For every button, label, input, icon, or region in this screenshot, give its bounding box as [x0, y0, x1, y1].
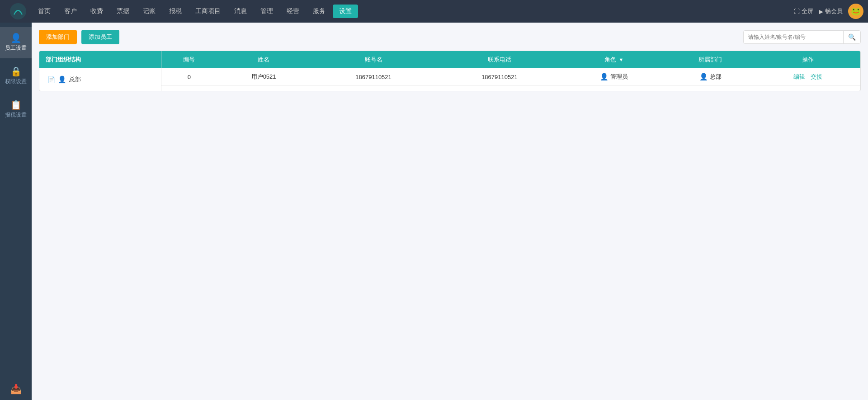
col-header-account: 账号名 [311, 51, 437, 68]
sidebar-bottom-btn[interactable]: 📥 [0, 378, 32, 400]
play-icon: ▶ [819, 8, 823, 15]
dept-tree-item-root[interactable]: 📄 👤 总部 [44, 73, 156, 86]
add-emp-button[interactable]: 添加员工 [81, 30, 119, 44]
nav-item-accounting[interactable]: 记账 [137, 5, 162, 18]
nav-item-bill[interactable]: 票据 [110, 5, 136, 18]
sidebar-item-permission[interactable]: 🔒 权限设置 [0, 61, 32, 92]
search-input[interactable] [744, 31, 843, 43]
role-filter-icon: ▼ [619, 57, 624, 62]
table-row: 0 用户0521 18679110521 18679110521 👤 管理员 [161, 68, 860, 86]
toolbar: 添加部门 添加员工 🔍 [39, 30, 861, 44]
cell-account: 18679110521 [311, 68, 437, 86]
sidebar-item-employee[interactable]: 👤 员工设置 [0, 27, 32, 58]
dept-tree: 部门组织结构 📄 👤 总部 [39, 51, 161, 91]
nav-item-service[interactable]: 服务 [307, 5, 332, 18]
lock-icon: 🔒 [10, 67, 22, 76]
employee-table-wrap: 编号 姓名 账号名 联系电话 角色 ▼ 所属部门 操作 [161, 51, 860, 91]
cell-action: 编辑 交接 [755, 68, 860, 86]
employee-icon: 👤 [10, 33, 22, 42]
sidebar-item-permission-label: 权限设置 [5, 78, 27, 85]
handover-link[interactable]: 交接 [811, 73, 822, 80]
nav-right: ⛶ 全屏 ▶ 畅会员 🐸 [794, 4, 863, 19]
member-btn[interactable]: ▶ 畅会员 [819, 7, 843, 15]
cell-role: 👤 管理员 [562, 68, 665, 86]
search-button[interactable]: 🔍 [843, 31, 860, 43]
main-panel: 部门组织结构 📄 👤 总部 编号 姓名 账号名 [39, 51, 861, 91]
cell-name: 用户0521 [217, 68, 311, 86]
col-header-action: 操作 [755, 51, 860, 68]
col-header-id: 编号 [161, 51, 217, 68]
cell-id: 0 [161, 68, 217, 86]
fullscreen-btn[interactable]: ⛶ 全屏 [794, 7, 813, 15]
nav-item-manage[interactable]: 管理 [254, 5, 279, 18]
taxsettings-icon: 📋 [10, 100, 22, 109]
col-header-name: 姓名 [217, 51, 311, 68]
dept-tree-body: 📄 👤 总部 [39, 68, 161, 91]
search-box: 🔍 [743, 30, 861, 44]
nav-item-settings[interactable]: 设置 [333, 5, 358, 18]
sidebar-item-employee-label: 员工设置 [5, 44, 27, 52]
nav-item-client[interactable]: 客户 [58, 5, 83, 18]
cell-dept: 👤 总部 [665, 68, 755, 86]
role-value: 管理员 [610, 73, 628, 81]
download-icon: 📥 [10, 385, 22, 394]
nav-item-home[interactable]: 首页 [32, 5, 57, 18]
dept-tree-item-label: 总部 [69, 75, 81, 84]
nav-item-operation[interactable]: 经营 [280, 5, 306, 18]
fullscreen-label: 全屏 [802, 7, 813, 15]
main-layout: 👤 员工设置 🔒 权限设置 📋 报税设置 📥 添加部门 添加员工 🔍 [0, 23, 868, 400]
role-person-icon: 👤 [600, 73, 609, 81]
nav-item-tax[interactable]: 报税 [163, 5, 188, 18]
dept-tree-header: 部门组织结构 [39, 51, 161, 68]
table-header-row: 编号 姓名 账号名 联系电话 角色 ▼ 所属部门 操作 [161, 51, 860, 68]
dept-person-icon: 👤 [58, 75, 66, 84]
svg-point-0 [10, 3, 26, 19]
cell-phone: 18679110521 [436, 68, 562, 86]
fullscreen-icon: ⛶ [794, 8, 800, 15]
dept-value: 总部 [710, 73, 722, 81]
logo[interactable] [5, 3, 32, 19]
member-label: 畅会员 [825, 7, 843, 15]
col-header-phone: 联系电话 [436, 51, 562, 68]
top-navigation: 首页 客户 收费 票据 记账 报税 工商项目 消息 管理 经营 服务 设置 ⛶ … [0, 0, 868, 23]
nav-item-fee[interactable]: 收费 [84, 5, 109, 18]
sidebar-bottom: 📥 [0, 378, 32, 400]
sidebar: 👤 员工设置 🔒 权限设置 📋 报税设置 📥 [0, 23, 32, 400]
sidebar-item-taxsettings[interactable]: 📋 报税设置 [0, 94, 32, 125]
col-header-dept: 所属部门 [665, 51, 755, 68]
dept-person-icon: 👤 [699, 73, 708, 81]
add-dept-button[interactable]: 添加部门 [39, 30, 77, 44]
sidebar-item-taxsettings-label: 报税设置 [5, 111, 27, 119]
nav-item-bizproject[interactable]: 工商项目 [189, 5, 227, 18]
col-header-role[interactable]: 角色 ▼ [562, 51, 665, 68]
file-icon: 📄 [47, 76, 55, 83]
edit-link[interactable]: 编辑 [793, 73, 805, 80]
content-area: 添加部门 添加员工 🔍 部门组织结构 📄 👤 总部 [32, 23, 868, 400]
nav-menu: 首页 客户 收费 票据 记账 报税 工商项目 消息 管理 经营 服务 设置 [32, 5, 794, 18]
avatar[interactable]: 🐸 [848, 4, 863, 19]
nav-item-message[interactable]: 消息 [228, 5, 253, 18]
employee-table: 编号 姓名 账号名 联系电话 角色 ▼ 所属部门 操作 [161, 51, 860, 86]
